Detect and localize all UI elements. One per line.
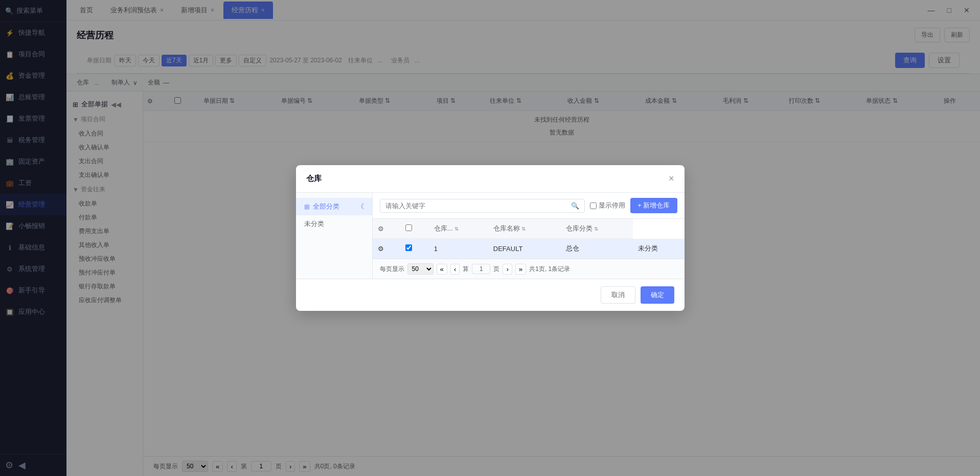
modal-title-text: 仓库 bbox=[306, 174, 322, 184]
modal-toolbar: 🔍 显示停用 + 新增仓库 bbox=[373, 193, 685, 219]
modal-row-cb-0[interactable] bbox=[405, 244, 412, 251]
show-disabled-label[interactable]: 显示停用 bbox=[590, 201, 625, 210]
cancel-button[interactable]: 取消 bbox=[601, 286, 635, 304]
warehouse-modal: 仓库 × ⊞ 全部分类 《 未分类 🔍 bbox=[296, 165, 685, 311]
modal-page-size-label: 每页显示 bbox=[380, 265, 404, 274]
modal-actions: 取消 确定 bbox=[296, 279, 685, 311]
modal-col-category: 仓库分类 ⇅ bbox=[561, 219, 633, 239]
modal-row-checkbox-0[interactable] bbox=[400, 239, 429, 259]
modal-overlay[interactable]: 仓库 × ⊞ 全部分类 《 未分类 🔍 bbox=[0, 0, 980, 476]
modal-col-checkbox[interactable] bbox=[400, 219, 429, 239]
modal-row-settings-0[interactable]: ⚙ bbox=[373, 239, 400, 259]
modal-table: ⚙ 仓库... ⇅ 仓库名称 ⇅ 仓库分类 ⇅ ⚙ 1 DEFAULT 总仓 未… bbox=[373, 219, 685, 259]
add-warehouse-button[interactable]: + 新增仓库 bbox=[630, 198, 677, 213]
modal-row-name-0: 总仓 bbox=[561, 239, 633, 259]
modal-close-button[interactable]: × bbox=[669, 173, 674, 184]
modal-left-all-label: 全部分类 bbox=[313, 202, 339, 211]
modal-next-page-button[interactable]: › bbox=[503, 264, 512, 275]
modal-left-item-0[interactable]: 未分类 bbox=[296, 215, 372, 233]
confirm-button[interactable]: 确定 bbox=[641, 286, 674, 304]
modal-search-icon: 🔍 bbox=[571, 202, 579, 210]
modal-row-id-0: 1 bbox=[429, 239, 488, 259]
modal-left-all-item[interactable]: ⊞ 全部分类 《 bbox=[296, 198, 372, 215]
modal-page-suffix: 页 bbox=[493, 265, 499, 274]
modal-row-category-0: 未分类 bbox=[633, 239, 684, 259]
sort-code-icon[interactable]: ⇅ bbox=[454, 226, 459, 232]
modal-body: ⊞ 全部分类 《 未分类 🔍 显示停用 + 新增仓库 bbox=[296, 193, 685, 279]
modal-footer-bar: 每页显示 50 10 20 100 « ‹ 算 页 › » 共1页, 1条记录 bbox=[373, 259, 685, 279]
modal-search-box[interactable]: 🔍 bbox=[380, 199, 585, 213]
show-disabled-checkbox[interactable] bbox=[590, 202, 597, 209]
modal-left-panel: ⊞ 全部分类 《 未分类 bbox=[296, 193, 373, 279]
modal-first-page-button[interactable]: « bbox=[437, 264, 447, 275]
modal-prev-page-button[interactable]: ‹ bbox=[450, 264, 460, 275]
sort-category-icon[interactable]: ⇅ bbox=[594, 226, 598, 232]
modal-right-panel: 🔍 显示停用 + 新增仓库 ⚙ 仓库... ⇅ bbox=[373, 193, 685, 279]
modal-search-input[interactable] bbox=[385, 202, 572, 210]
modal-col-code: 仓库... ⇅ bbox=[429, 219, 488, 239]
modal-col-name: 仓库名称 ⇅ bbox=[488, 219, 561, 239]
modal-left-collapse-icon[interactable]: 《 bbox=[357, 202, 364, 211]
modal-page-label: 算 bbox=[463, 265, 469, 274]
modal-header: 仓库 × bbox=[296, 165, 685, 193]
modal-page-number-input[interactable] bbox=[472, 264, 490, 274]
modal-select-all[interactable] bbox=[405, 224, 412, 231]
modal-last-page-button[interactable]: » bbox=[515, 264, 526, 275]
modal-item-label-0: 未分类 bbox=[304, 219, 324, 229]
modal-table-wrap: ⚙ 仓库... ⇅ 仓库名称 ⇅ 仓库分类 ⇅ ⚙ 1 DEFAULT 总仓 未… bbox=[373, 219, 685, 259]
modal-table-row[interactable]: ⚙ 1 DEFAULT 总仓 未分类 bbox=[373, 239, 685, 259]
grid-icon: ⊞ bbox=[304, 203, 310, 211]
modal-col-settings[interactable]: ⚙ bbox=[373, 219, 400, 239]
modal-row-code-0: DEFAULT bbox=[488, 239, 561, 259]
modal-page-size-select[interactable]: 50 10 20 100 bbox=[407, 263, 434, 275]
show-disabled-text: 显示停用 bbox=[599, 201, 625, 210]
modal-total-text: 共1页, 1条记录 bbox=[529, 265, 570, 274]
sort-name-icon[interactable]: ⇅ bbox=[521, 226, 526, 232]
